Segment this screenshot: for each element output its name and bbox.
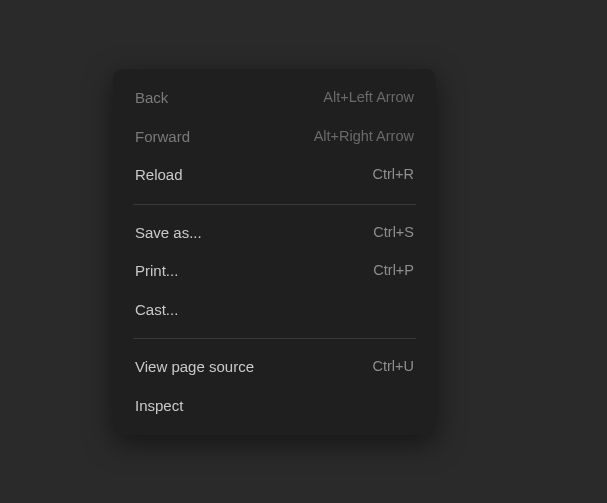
- menu-item-print[interactable]: Print... Ctrl+P: [113, 252, 436, 291]
- menu-item-label: Print...: [135, 260, 178, 283]
- menu-item-label: Reload: [135, 164, 183, 187]
- menu-item-shortcut: Alt+Right Arrow: [314, 126, 414, 148]
- menu-item-shortcut: Ctrl+R: [373, 164, 415, 186]
- menu-item-label: View page source: [135, 356, 254, 379]
- menu-item-label: Back: [135, 87, 168, 110]
- menu-item-shortcut: Ctrl+P: [373, 260, 414, 282]
- menu-item-back[interactable]: Back Alt+Left Arrow: [113, 79, 436, 118]
- menu-separator: [133, 204, 416, 205]
- menu-item-label: Inspect: [135, 395, 183, 418]
- menu-item-reload[interactable]: Reload Ctrl+R: [113, 156, 436, 195]
- menu-item-save-as[interactable]: Save as... Ctrl+S: [113, 214, 436, 253]
- menu-item-shortcut: Ctrl+U: [373, 356, 415, 378]
- menu-item-shortcut: Alt+Left Arrow: [323, 87, 414, 109]
- menu-item-label: Save as...: [135, 222, 202, 245]
- menu-item-cast[interactable]: Cast...: [113, 291, 436, 330]
- menu-item-shortcut: Ctrl+S: [373, 222, 414, 244]
- menu-item-label: Forward: [135, 126, 190, 149]
- menu-item-inspect[interactable]: Inspect: [113, 387, 436, 426]
- menu-item-label: Cast...: [135, 299, 178, 322]
- context-menu: Back Alt+Left Arrow Forward Alt+Right Ar…: [113, 69, 436, 435]
- menu-item-view-source[interactable]: View page source Ctrl+U: [113, 348, 436, 387]
- menu-separator: [133, 338, 416, 339]
- menu-item-forward[interactable]: Forward Alt+Right Arrow: [113, 118, 436, 157]
